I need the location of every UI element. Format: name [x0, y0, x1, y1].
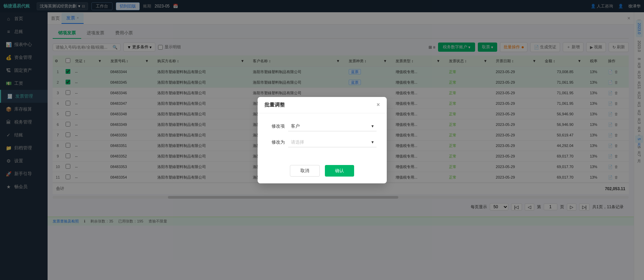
confirm-button[interactable]: 确认: [325, 165, 354, 177]
modal-footer: 取消 确认: [258, 162, 387, 183]
modal-overlay: 批量调整 × 修改项 客户 ▾ 修改为 请选择 ▾ 取消 确认: [0, 0, 644, 280]
modal-value-row: 修改为 请选择 ▾: [268, 137, 377, 147]
modal-field-row: 修改项 客户 ▾: [268, 121, 377, 131]
chevron-down-icon: ▾: [371, 123, 374, 129]
modal-header: 批量调整 ×: [258, 97, 387, 113]
modal-title: 批量调整: [264, 102, 285, 108]
modal-body: 修改项 客户 ▾ 修改为 请选择 ▾: [258, 113, 387, 162]
modal-field-select[interactable]: 客户 ▾: [288, 121, 377, 131]
cancel-button[interactable]: 取消: [290, 165, 320, 177]
modal-value-label: 修改为: [268, 139, 285, 145]
batch-adjust-modal: 批量调整 × 修改项 客户 ▾ 修改为 请选择 ▾ 取消 确认: [258, 97, 387, 183]
modal-field-label: 修改项: [268, 123, 285, 129]
modal-close-button[interactable]: ×: [377, 102, 380, 108]
modal-value-select[interactable]: 请选择 ▾: [288, 137, 377, 147]
chevron-down-icon: ▾: [371, 139, 374, 145]
